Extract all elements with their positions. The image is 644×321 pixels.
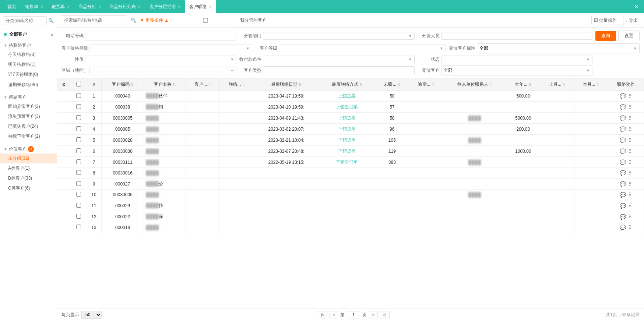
batch-op-button[interactable]: ☑ 批量操作 <box>591 16 619 25</box>
cell-checkbox-3[interactable] <box>71 113 86 124</box>
tab-analysis-close[interactable]: × <box>98 4 101 9</box>
sidebar-item-week[interactable]: 近7天待联络(0) <box>0 70 57 80</box>
chat-icon-12[interactable]: 💬 <box>620 214 626 220</box>
contact-method-link-5[interactable]: 下销货单 <box>338 137 356 142</box>
col-this-month[interactable]: 本月... <box>574 79 608 91</box>
more-icon-10[interactable]: ⠿ <box>628 192 632 198</box>
all-customers-header[interactable]: ⊞ 全部客户 « <box>0 28 57 40</box>
problem-section-title[interactable]: ▼ 问题客户 <box>0 92 57 102</box>
chat-icon-8[interactable]: 💬 <box>620 170 626 176</box>
filter-nature-select[interactable]: ▼ <box>85 56 236 63</box>
cell-checkbox-10[interactable] <box>71 190 86 200</box>
cell-checkbox-11[interactable] <box>71 200 86 211</box>
more-icon-8[interactable]: ⠿ <box>628 170 632 176</box>
my-customers-checkbox-area[interactable]: 我分管的客户 <box>172 17 267 24</box>
last-page-btn[interactable]: >| <box>380 311 390 318</box>
category-search-icon[interactable]: 🔍 <box>48 18 54 23</box>
row-checkbox-4[interactable] <box>76 126 81 131</box>
cell-lastmethod-8[interactable] <box>319 168 375 179</box>
tab-customer-segment-close[interactable]: × <box>178 4 180 9</box>
reset-button[interactable]: 设置 <box>618 31 640 41</box>
row-checkbox-11[interactable] <box>76 203 81 208</box>
col-last-month[interactable]: 上月... <box>540 79 574 91</box>
filter-phone-input[interactable] <box>85 32 236 40</box>
search-input[interactable] <box>61 15 127 25</box>
cell-checkbox-9[interactable] <box>71 179 86 190</box>
filter-manager-select[interactable]: ··· <box>441 32 592 40</box>
filter-retail-customer-select[interactable]: 全部 ▼ <box>441 66 592 75</box>
cell-lastmethod-3[interactable]: 下销货单 <box>319 113 375 124</box>
filter-region-select[interactable]: ··· <box>89 67 236 74</box>
more-icon-4[interactable]: ⠿ <box>628 126 632 132</box>
cell-lastmethod-12[interactable] <box>319 211 375 222</box>
row-checkbox-1[interactable] <box>76 93 81 98</box>
sidebar-item-decreasing[interactable]: 持续下滑客户(2) <box>0 131 57 141</box>
contact-method-link-2[interactable]: 下销售订单 <box>336 104 358 109</box>
value-section-title[interactable]: ▼ 价值客户 ⟳ <box>0 144 57 154</box>
window-close-icon[interactable]: × <box>632 3 641 10</box>
cell-checkbox-7[interactable] <box>71 157 86 168</box>
filter-price-level-select[interactable]: ▼ <box>89 45 252 52</box>
sidebar-item-b-class[interactable]: B类客户(33) <box>0 173 57 183</box>
first-page-btn[interactable]: |< <box>318 311 327 318</box>
sidebar-collapse-icon[interactable]: « <box>51 32 53 37</box>
col-last-contact-method[interactable]: 最后联络方式 <box>319 79 375 91</box>
export-button[interactable]: ↓ 导出 <box>623 16 640 25</box>
cell-lastmethod-5[interactable]: 下销货单 <box>319 135 375 146</box>
cell-lastmethod-11[interactable] <box>319 200 375 211</box>
cell-lastmethod-2[interactable]: 下销售订单 <box>319 102 375 113</box>
chat-icon-2[interactable]: 💬 <box>620 104 626 110</box>
row-checkbox-2[interactable] <box>76 104 81 109</box>
category-search-input[interactable] <box>3 16 47 25</box>
chat-icon-13[interactable]: 💬 <box>620 225 626 230</box>
query-button[interactable]: 查询 <box>595 31 616 41</box>
chat-icon-5[interactable]: 💬 <box>620 137 626 143</box>
col-contact[interactable]: 联络... <box>220 79 254 91</box>
col-name[interactable]: 客户名称 <box>144 79 186 91</box>
cell-checkbox-4[interactable] <box>71 124 86 135</box>
col-un-contact[interactable]: 未联... <box>375 79 409 91</box>
col-checkbox[interactable] <box>71 79 86 91</box>
more-icon-6[interactable]: ⠿ <box>628 148 632 154</box>
tab-purchase-close[interactable]: × <box>67 4 69 9</box>
row-checkbox-6[interactable] <box>76 148 81 153</box>
tab-analysis[interactable]: 商品分析 × <box>74 0 105 13</box>
sidebar-item-a-class[interactable]: A类客户(1) <box>0 163 57 173</box>
row-checkbox-3[interactable] <box>76 115 81 120</box>
pending-section-title[interactable]: ▼ 待联络客户 <box>0 40 57 50</box>
filter-payment-select[interactable]: ▼ <box>263 56 414 63</box>
row-checkbox-10[interactable] <box>76 192 81 197</box>
my-customers-checkbox[interactable] <box>172 18 239 23</box>
col-overdue[interactable]: 逾期... <box>409 79 443 91</box>
chat-icon-9[interactable]: 💬 <box>620 181 626 187</box>
chat-icon-1[interactable]: 💬 <box>620 93 626 99</box>
more-icon-12[interactable]: ⠿ <box>628 214 632 220</box>
next-page-btn[interactable]: > <box>369 311 377 318</box>
filter-customer-type-input[interactable] <box>263 66 414 75</box>
row-checkbox-7[interactable] <box>76 159 81 164</box>
home-tab[interactable]: 首页 <box>3 0 21 13</box>
col-customer-type[interactable]: 客户... <box>186 79 220 91</box>
filter-customer-level-select[interactable]: ▼ <box>279 45 446 52</box>
chat-icon-7[interactable]: 💬 <box>620 159 626 165</box>
sidebar-item-c-class[interactable]: C类客户(6) <box>0 183 57 193</box>
select-all-checkbox[interactable] <box>76 82 81 87</box>
chat-icon-10[interactable]: 💬 <box>620 192 626 198</box>
cell-checkbox-5[interactable] <box>71 135 86 146</box>
more-icon-1[interactable]: ⠿ <box>628 93 632 99</box>
chat-icon-6[interactable]: 💬 <box>620 148 626 154</box>
tab-customer-contact[interactable]: 客户联络 × <box>185 0 216 13</box>
tab-sales[interactable]: 销售单 × <box>21 0 47 13</box>
search-icon[interactable]: 🔍 <box>131 18 136 23</box>
cell-checkbox-8[interactable] <box>71 168 86 179</box>
cell-lastmethod-13[interactable] <box>319 222 375 233</box>
page-input[interactable] <box>347 311 360 318</box>
tab-analysis-list-close[interactable]: × <box>138 4 140 9</box>
filter-dept-select[interactable]: ▼ <box>263 32 414 40</box>
sidebar-item-abnormal[interactable]: 固购异常客户(2) <box>0 102 57 112</box>
cell-lastmethod-7[interactable]: 下销售订单 <box>319 157 375 168</box>
cell-checkbox-12[interactable] <box>71 211 86 222</box>
more-icon-13[interactable]: ⠿ <box>628 225 632 230</box>
row-checkbox-9[interactable] <box>76 181 81 186</box>
chat-icon-4[interactable]: 💬 <box>620 126 626 132</box>
